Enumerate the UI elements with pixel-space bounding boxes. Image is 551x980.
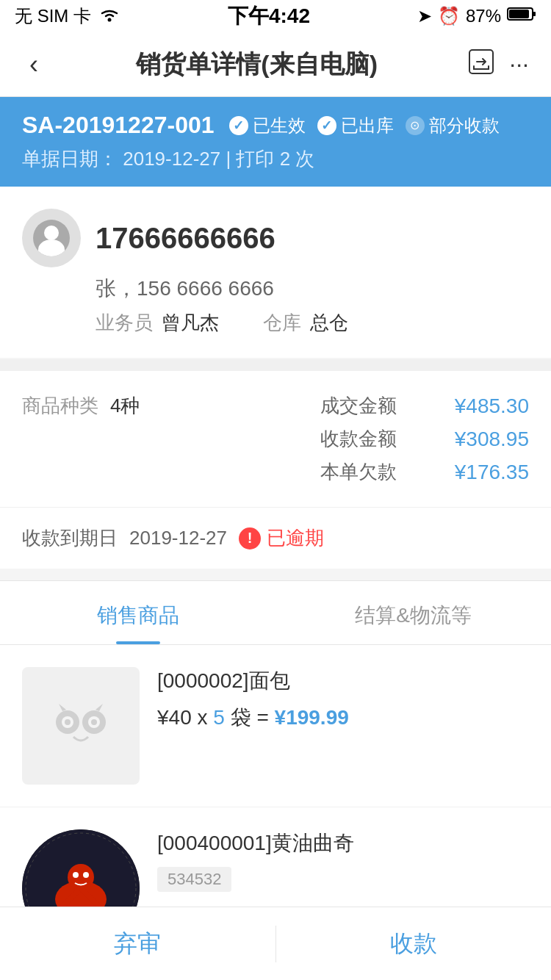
stats-left: 商品种类 4种 xyxy=(22,393,140,419)
received-value: ¥308.95 xyxy=(411,428,529,451)
badge-activated: 已生效 xyxy=(229,114,306,137)
tabs-row: 销售商品 结算&物流等 xyxy=(0,581,551,645)
product-tag-2: 534532 xyxy=(157,867,231,892)
wifi-icon xyxy=(98,6,120,26)
customer-id: 17666666666 xyxy=(96,222,276,255)
header-banner-row1: SA-20191227-001 已生效 已出库 ⊙ 部分收款 xyxy=(22,112,529,139)
print-info: | 打印 2 次 xyxy=(226,148,314,170)
nav-actions: ··· xyxy=(468,48,529,81)
product-img-placeholder-1 xyxy=(22,667,140,785)
owed-label: 本单欠款 xyxy=(320,459,397,485)
svg-point-9 xyxy=(65,719,71,725)
received-row: 收款金额 ¥308.95 xyxy=(320,426,529,452)
svg-rect-2 xyxy=(533,12,536,16)
product-item: [0000002]面包 ¥40 x 5 袋 = ¥199.99 xyxy=(0,645,551,807)
product-total-1: ¥199.99 xyxy=(275,706,349,729)
battery-text: 87% xyxy=(466,6,501,26)
sales-label: 业务员 xyxy=(96,310,153,336)
svg-point-13 xyxy=(68,864,94,890)
product-qty-1: 5 xyxy=(213,706,225,729)
due-label: 收款到期日 xyxy=(22,525,118,551)
svg-point-16 xyxy=(73,872,79,878)
product-price-1: ¥40 xyxy=(157,706,192,729)
date-label: 单据日期： xyxy=(22,148,118,170)
deal-amount-label: 成交金额 xyxy=(320,393,397,419)
customer-section: 17666666666 张，156 6666 6666 业务员 曾凡杰 仓库 总… xyxy=(0,187,551,358)
product-type-count: 4种 xyxy=(110,393,140,419)
status-time: 下午4:42 xyxy=(228,2,310,30)
svg-point-17 xyxy=(83,872,89,878)
product-unit-1: 袋 xyxy=(231,706,251,729)
product-price-row-1: ¥40 x 5 袋 = ¥199.99 xyxy=(157,704,529,732)
customer-name-detail: 张，156 6666 6666 xyxy=(96,275,529,303)
order-date: 2019-12-27 xyxy=(123,148,220,170)
customer-row: 17666666666 xyxy=(22,209,529,267)
product-type-row: 商品种类 4种 xyxy=(22,393,140,419)
warehouse-meta: 仓库 总仓 xyxy=(263,310,348,336)
sales-meta: 业务员 曾凡杰 xyxy=(96,310,219,336)
owed-value: ¥176.35 xyxy=(411,461,529,484)
check-icon-2 xyxy=(317,116,336,135)
svg-point-10 xyxy=(91,719,97,725)
divider-1 xyxy=(0,359,551,371)
product-name-2: [000400001]黄油曲奇 xyxy=(157,829,529,857)
overdue-icon: ! xyxy=(239,527,261,550)
badge-partial-payment: ⊙ 部分收款 xyxy=(406,114,500,137)
alarm-icon: ⏰ xyxy=(438,6,460,26)
stats-right: 成交金额 ¥485.30 收款金额 ¥308.95 本单欠款 ¥176.35 xyxy=(320,393,529,485)
svg-rect-3 xyxy=(509,10,529,18)
share-icon[interactable] xyxy=(468,48,494,81)
warehouse-label: 仓库 xyxy=(263,310,301,336)
location-icon: ➤ xyxy=(417,6,432,26)
status-right: ➤ ⏰ 87% xyxy=(417,6,536,26)
cancel-button[interactable]: 弃审 xyxy=(0,913,276,975)
badge-shipped: 已出库 xyxy=(317,114,394,137)
clock-icon: ⊙ xyxy=(406,116,425,135)
svg-point-0 xyxy=(108,18,112,22)
product-name-1: [0000002]面包 xyxy=(157,667,529,695)
avatar-icon xyxy=(33,220,70,256)
nav-bar: ‹ 销货单详情(来自电脑) ··· xyxy=(0,32,551,97)
deal-amount-row: 成交金额 ¥485.30 xyxy=(320,393,529,419)
status-bar: 无 SIM 卡 下午4:42 ➤ ⏰ 87% xyxy=(0,0,551,32)
due-date: 2019-12-27 xyxy=(129,527,227,550)
product-type-label: 商品种类 xyxy=(22,393,98,419)
due-section: 收款到期日 2019-12-27 ! 已逾期 xyxy=(0,507,551,569)
overdue-text: 已逾期 xyxy=(267,525,324,551)
status-badges: 已生效 已出库 ⊙ 部分收款 xyxy=(229,114,500,137)
back-button[interactable]: ‹ xyxy=(22,42,46,87)
sales-name: 曾凡杰 xyxy=(162,310,219,336)
tab-sales-products[interactable]: 销售商品 xyxy=(0,581,276,644)
warehouse-name: 总仓 xyxy=(310,310,348,336)
product-info-1: [0000002]面包 ¥40 x 5 袋 = ¥199.99 xyxy=(157,667,529,732)
header-banner-date-row: 单据日期： 2019-12-27 | 打印 2 次 xyxy=(22,146,529,172)
received-label: 收款金额 xyxy=(320,426,397,452)
carrier-text: 无 SIM 卡 xyxy=(15,4,91,28)
avatar xyxy=(22,209,81,267)
order-id: SA-20191227-001 xyxy=(22,112,215,139)
header-banner: SA-20191227-001 已生效 已出库 ⊙ 部分收款 单据日期： 201… xyxy=(0,97,551,187)
confirm-button[interactable]: 收款 xyxy=(276,913,552,975)
deal-amount-value: ¥485.30 xyxy=(411,394,529,418)
nav-title: 销货单详情(来自电脑) xyxy=(46,48,468,82)
check-icon-1 xyxy=(229,116,248,135)
stats-section: 商品种类 4种 成交金额 ¥485.30 收款金额 ¥308.95 本单欠款 ¥… xyxy=(0,371,551,507)
bottom-bar: 弃审 收款 xyxy=(0,907,551,980)
status-left: 无 SIM 卡 xyxy=(15,4,120,28)
more-icon[interactable]: ··· xyxy=(509,51,529,78)
overdue-badge: ! 已逾期 xyxy=(239,525,324,551)
product-image-1 xyxy=(22,667,140,785)
tab-settlement[interactable]: 结算&物流等 xyxy=(276,581,551,644)
owed-row: 本单欠款 ¥176.35 xyxy=(320,459,529,485)
battery-icon xyxy=(507,6,536,26)
customer-meta: 业务员 曾凡杰 仓库 总仓 xyxy=(96,310,529,336)
